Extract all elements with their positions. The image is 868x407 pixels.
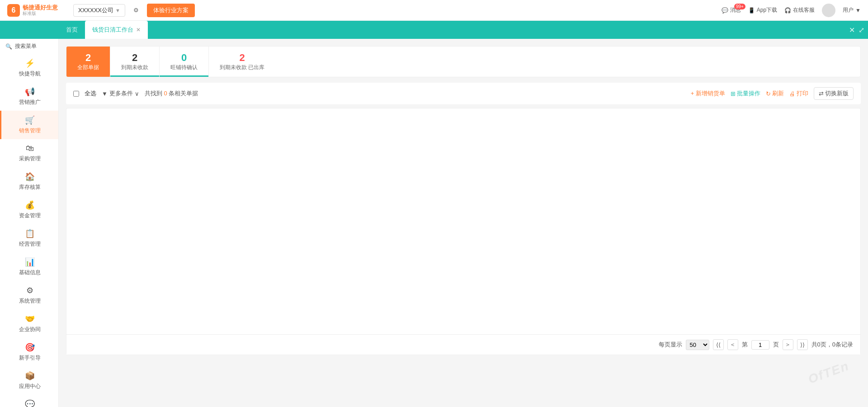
sidebar-item-operations[interactable]: 📋 经营管理 <box>0 224 58 253</box>
company-selector[interactable]: XXXXXX公司 ▼ <box>73 4 125 17</box>
found-count: 0 <box>164 90 167 97</box>
sidebar-item-label: 销售管理 <box>19 127 41 135</box>
stats-tab-overdue-label: 到期未收款 <box>121 64 148 71</box>
app-subtitle: 标准版 <box>23 11 58 16</box>
filter-label: 更多条件 <box>109 89 133 98</box>
print-button[interactable]: 🖨 打印 <box>789 89 808 98</box>
stats-tab-overdue[interactable]: 2 到期未收款 <box>110 47 160 77</box>
sidebar-item-marketing[interactable]: 📢 营销推广 <box>0 82 58 111</box>
tab-fullscreen-icon[interactable]: ⤢ <box>859 26 864 34</box>
purchase-icon: 🛍 <box>26 144 34 153</box>
inventory-icon: 🏠 <box>25 172 35 182</box>
stats-tab-wangpu-label: 旺铺待确认 <box>170 64 198 71</box>
select-all-label: 全选 <box>85 89 96 98</box>
found-prefix: 共找到 <box>145 90 162 97</box>
chevron-down-icon: ▼ <box>115 8 120 13</box>
page-next-button[interactable]: ＞ <box>783 339 793 350</box>
sidebar-item-sales[interactable]: 🛒 销售管理 <box>0 111 58 139</box>
page-first-button[interactable]: ⟨⟨ <box>713 339 724 350</box>
sidebar-item-quick-nav[interactable]: ⚡ 快捷导航 <box>0 54 58 82</box>
message-icon: 💬 <box>722 7 728 14</box>
select-all-checkbox[interactable] <box>73 91 79 97</box>
stats-tab-wangpu-count: 0 <box>170 52 198 64</box>
sidebar-item-label: 库存核算 <box>19 183 41 191</box>
pagination: 每页显示 50 20 100 ⟨⟨ ＜ 第 页 ＞ ⟩⟩ 共0页，0条记录 <box>66 334 860 355</box>
sidebar-item-base-info[interactable]: 📊 基础信息 <box>0 253 58 281</box>
trial-button[interactable]: 体验行业方案 <box>147 4 195 17</box>
sidebar-item-label: 快捷导航 <box>19 70 41 78</box>
tab-home-label: 首页 <box>66 26 78 34</box>
sidebar-item-finance[interactable]: 💰 资金管理 <box>0 196 58 224</box>
sidebar-item-label: 营销推广 <box>19 98 41 106</box>
service-icon: 🎧 <box>784 7 791 14</box>
sidebar-item-cooperation[interactable]: 🤝 企业协同 <box>0 309 58 338</box>
tab-home[interactable]: 首页 <box>59 21 85 39</box>
refresh-icon: ↻ <box>766 90 771 97</box>
stats-tab-all[interactable]: 2 全部单据 <box>66 47 110 77</box>
found-suffix: 条相关单据 <box>169 90 198 97</box>
found-text: 共找到 0 条相关单据 <box>145 89 198 98</box>
avatar[interactable] <box>822 4 835 17</box>
sidebar-item-guide[interactable]: 🎯 新手引导 <box>0 338 58 366</box>
sidebar-item-label: 企业协同 <box>19 326 41 333</box>
finance-icon: 💰 <box>25 200 35 210</box>
tab-workbench-label: 钱货日清工作台 <box>92 26 133 34</box>
marketing-icon: 📢 <box>25 87 35 97</box>
print-label: 打印 <box>797 89 808 98</box>
quick-nav-icon: ⚡ <box>25 58 35 68</box>
page-input[interactable] <box>751 340 769 350</box>
wechat-icon: 💬 <box>25 399 35 407</box>
company-name: XXXXXX公司 <box>78 6 113 14</box>
switch-version-button[interactable]: ⇄ 切换新版 <box>814 87 854 100</box>
page-prev-button[interactable]: ＜ <box>727 339 738 350</box>
base-info-icon: 📊 <box>25 257 35 267</box>
search-icon: 🔍 <box>5 43 12 50</box>
batch-icon: ⊞ <box>731 90 736 97</box>
settings-button[interactable]: ⚙ <box>129 3 143 18</box>
logo-icon: 6 <box>7 4 20 17</box>
stats-tab-overdue-out[interactable]: 2 到期未收款 已出库 <box>209 47 275 77</box>
logo-char: 6 <box>12 6 16 14</box>
app-center-icon: 📦 <box>25 371 35 381</box>
stats-tab-overdue-count: 2 <box>121 52 148 64</box>
sidebar-item-wechat[interactable]: 💬 企业微信 <box>0 395 58 407</box>
page-suffix: 页 <box>773 341 779 349</box>
sidebar-item-inventory[interactable]: 🏠 库存核算 <box>0 167 58 196</box>
sidebar-item-label: 应用中心 <box>19 383 41 390</box>
sidebar-item-app-center[interactable]: 📦 应用中心 <box>0 366 58 395</box>
logo-area: 6 畅捷通好生意 标准版 <box>7 4 66 17</box>
table-empty <box>66 108 860 334</box>
stats-tab-wangpu[interactable]: 0 旺铺待确认 <box>160 47 209 77</box>
per-page-label: 每页显示 <box>659 341 682 349</box>
online-service-label: 在线客服 <box>793 6 815 14</box>
sidebar-item-label: 新手引导 <box>19 354 41 362</box>
refresh-button[interactable]: ↻ 刷新 <box>766 89 784 98</box>
sidebar-item-label: 基础信息 <box>19 269 41 276</box>
app-download-button[interactable]: 📱 App下载 <box>748 6 777 14</box>
filter-button[interactable]: ▼ 更多条件 ∨ <box>102 89 139 98</box>
print-icon: 🖨 <box>789 90 795 97</box>
logo-text: 畅捷通好生意 标准版 <box>23 4 58 17</box>
message-button[interactable]: 💬 消息 99+ <box>722 6 741 14</box>
stats-tab-overdue-out-count: 2 <box>220 52 264 64</box>
tab-close-all-icon[interactable]: ✕ <box>849 26 855 34</box>
chevron-down-user-icon: ▼ <box>855 7 861 14</box>
stats-tabs: 2 全部单据 2 到期未收款 0 旺铺待确认 2 到期未收款 已出库 <box>66 46 861 77</box>
tab-workbench[interactable]: 钱货日清工作台 ✕ <box>85 21 148 39</box>
header-right: 💬 消息 99+ 📱 App下载 🎧 在线客服 用户 ▼ <box>722 4 861 17</box>
table-area: 每页显示 50 20 100 ⟨⟨ ＜ 第 页 ＞ ⟩⟩ 共0页，0条记录 <box>66 108 861 355</box>
per-page-select[interactable]: 50 20 100 <box>686 340 709 350</box>
online-service-button[interactable]: 🎧 在线客服 <box>784 6 815 14</box>
user-name[interactable]: 用户 ▼ <box>843 6 861 14</box>
sales-icon: 🛒 <box>25 115 35 125</box>
new-sales-order-button[interactable]: + 新增销货单 <box>691 89 725 98</box>
page-last-button[interactable]: ⟩⟩ <box>797 339 808 350</box>
sidebar-item-purchase[interactable]: 🛍 采购管理 <box>0 139 58 167</box>
search-menu-label: 搜索菜单 <box>15 42 37 50</box>
sidebar-item-system[interactable]: ⚙ 系统管理 <box>0 281 58 309</box>
user-label: 用户 <box>843 6 854 14</box>
tab-close-icon[interactable]: ✕ <box>136 27 141 33</box>
system-icon: ⚙ <box>26 285 33 295</box>
batch-operation-button[interactable]: ⊞ 批量操作 <box>731 89 760 98</box>
search-menu-button[interactable]: 🔍 搜索菜单 <box>0 39 58 54</box>
